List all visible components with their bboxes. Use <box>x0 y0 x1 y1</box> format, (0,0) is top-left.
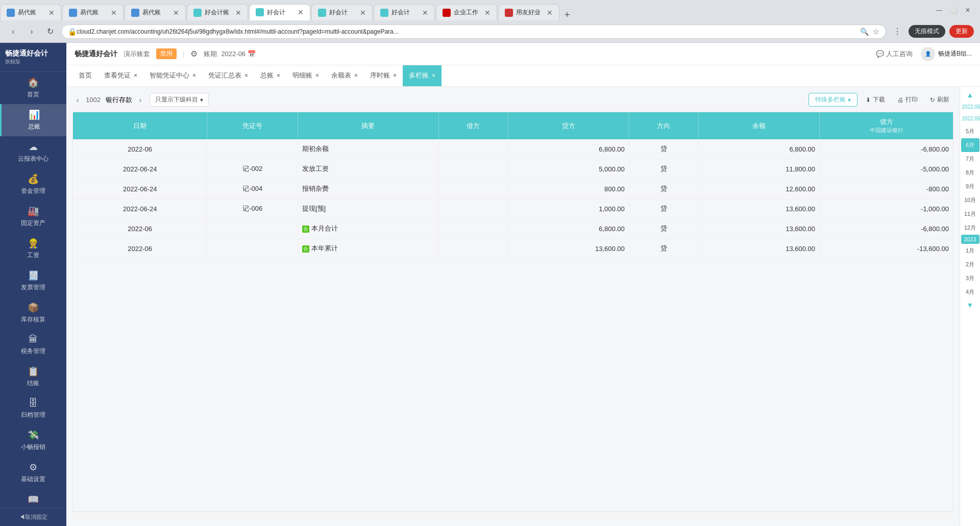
prev-account-button[interactable]: ‹ <box>72 95 83 105</box>
sidebar-item-云报表中心[interactable]: ☁ 云报表中心 <box>0 136 66 168</box>
filter-dropdown[interactable]: 只显示下级科目 ▾ <box>150 93 209 107</box>
browser-tab[interactable]: 好会计账 ✕ <box>187 4 248 20</box>
period-selector[interactable]: 账期 2022-06 📅 <box>204 49 256 59</box>
tab-close-button[interactable]: ✕ <box>173 9 179 17</box>
browser-tab[interactable]: 好会计 ✕ <box>249 4 310 20</box>
scroll-up-button[interactable]: ▲ <box>965 89 976 101</box>
browser-tab[interactable]: 好会计 ✕ <box>374 4 435 20</box>
unfix-button[interactable]: ◀取消固定 <box>5 513 61 521</box>
special-multicolumn-button[interactable]: 特殊多栏账 ▾ <box>808 93 857 107</box>
tab-nav-close-button[interactable]: × <box>432 72 435 79</box>
month-item-6月[interactable]: 6月 <box>961 138 979 152</box>
minimize-button[interactable]: — <box>935 6 943 14</box>
bookmark-icon[interactable]: ☆ <box>873 28 879 36</box>
next-account-button[interactable]: › <box>135 95 145 105</box>
month-item-12月[interactable]: 12月 <box>961 221 979 235</box>
tab-nav-item-智能凭证中心[interactable]: 智能凭证中心× <box>143 65 202 87</box>
sidebar-item-小畅报销[interactable]: 💸 小畅报销 <box>0 424 66 457</box>
tab-close-button[interactable]: ✕ <box>298 8 304 16</box>
browser-tab[interactable]: 易代账 ✕ <box>125 4 186 20</box>
tab-nav-close-button[interactable]: × <box>244 72 248 79</box>
tab-nav-item-总账[interactable]: 总账× <box>254 65 286 87</box>
cell-voucher[interactable]: 记-002 <box>207 159 298 179</box>
month-item-8月[interactable]: 8月 <box>961 166 979 180</box>
sidebar-item-工资[interactable]: 👷 工资 <box>0 233 66 265</box>
bottom-scrollbar[interactable] <box>72 512 953 520</box>
download-button[interactable]: ⬇ 下载 <box>862 93 889 106</box>
tab-close-button[interactable]: ✕ <box>235 9 241 17</box>
close-button[interactable]: ✕ <box>964 6 972 14</box>
print-button[interactable]: 🖨 打印 <box>893 93 922 106</box>
sidebar-item-归档管理[interactable]: 🗄 归档管理 <box>0 393 66 424</box>
sidebar-item-发票管理[interactable]: 🧾 发票管理 <box>0 265 66 297</box>
tab-nav-item-查看凭证[interactable]: 查看凭证× <box>98 65 143 87</box>
reload-button[interactable]: ↻ <box>43 24 57 39</box>
cell-balance: 13,600.00 <box>698 219 819 239</box>
settings-icon[interactable]: ⚙ <box>190 49 198 59</box>
browser-tab[interactable]: 易代账 ✕ <box>62 4 124 20</box>
month-item-9月[interactable]: 9月 <box>961 180 979 193</box>
sidebar-item-新手引导[interactable]: 📖 新手引导 <box>0 489 66 508</box>
tab-close-button[interactable]: ✕ <box>422 9 428 17</box>
browser-tab[interactable]: 用友好业 ✕ <box>498 4 559 20</box>
demo-badge[interactable]: 禁用 <box>156 48 177 59</box>
demo-label: 演示账套 <box>124 49 150 59</box>
tab-nav-close-button[interactable]: × <box>393 72 397 79</box>
sidebar-item-总账[interactable]: 📊 总账 <box>0 104 66 136</box>
browser-tab[interactable]: 易代账 ✕ <box>0 4 61 20</box>
cell-direction: 贷 <box>629 159 698 179</box>
consult-button[interactable]: 💬 人工咨询 <box>876 49 913 59</box>
month-item-11月[interactable]: 11月 <box>961 207 979 221</box>
tab-nav-item-首页[interactable]: 首页 <box>72 65 98 87</box>
sidebar-item-基础设置[interactable]: ⚙ 基础设置 <box>0 457 66 489</box>
tab-nav-item-明细账[interactable]: 明细账× <box>286 65 325 87</box>
scroll-down-button[interactable]: ▼ <box>965 299 976 311</box>
back-button[interactable]: ‹ <box>6 24 20 39</box>
tab-nav-close-button[interactable]: × <box>315 72 319 79</box>
tab-nav-item-余额表[interactable]: 余额表× <box>325 65 364 87</box>
sidebar-item-税务管理[interactable]: 🏛 税务管理 <box>0 329 66 361</box>
restore-button[interactable]: ⬜ <box>949 6 958 14</box>
tab-nav-close-button[interactable]: × <box>277 72 280 79</box>
browser-tab[interactable]: 好会计 ✕ <box>311 4 373 20</box>
voucher-link[interactable]: 记-004 <box>242 185 262 192</box>
extensions-button[interactable]: ⋮ <box>890 24 904 39</box>
tab-close-button[interactable]: ✕ <box>111 9 117 17</box>
sidebar-item-库存核算[interactable]: 📦 库存核算 <box>0 297 66 329</box>
forward-button[interactable]: › <box>24 24 39 39</box>
incognito-button[interactable]: 无痕模式 <box>909 25 945 38</box>
sidebar-item-首页[interactable]: 🏠 首页 <box>0 72 66 104</box>
address-bar[interactable]: 🔒 cloud2.chanjet.com/accounting/uh26t264… <box>61 24 886 39</box>
tab-nav-item-凭证汇总表[interactable]: 凭证汇总表× <box>202 65 254 87</box>
tab-nav-item-多栏账[interactable]: 多栏账× <box>403 65 442 87</box>
month-item-1月[interactable]: 1月 <box>961 244 979 258</box>
sidebar-item-结账[interactable]: 📋 结账 <box>0 361 66 393</box>
month-item-5月[interactable]: 5月 <box>961 124 979 138</box>
cell-voucher[interactable]: 记-004 <box>207 179 298 199</box>
cell-voucher[interactable]: 记-006 <box>207 199 298 219</box>
app-header: 畅捷通好会计 演示账套 禁用 | ⚙ 账期 2022-06 📅 💬 人工咨询 👤… <box>66 43 980 65</box>
voucher-link[interactable]: 记-002 <box>242 165 262 172</box>
nav-item-label: 资金管理 <box>21 187 45 195</box>
sidebar-item-固定资产[interactable]: 🏭 固定资产 <box>0 201 66 233</box>
voucher-link[interactable]: 记-006 <box>242 205 262 212</box>
month-item-3月[interactable]: 3月 <box>961 271 979 285</box>
month-item-7月[interactable]: 7月 <box>961 152 979 166</box>
tab-nav-item-序时账[interactable]: 序时账× <box>364 65 403 87</box>
month-item-2月[interactable]: 2月 <box>961 258 979 271</box>
tab-close-button[interactable]: ✕ <box>48 9 55 17</box>
new-tab-button[interactable]: + <box>560 10 574 20</box>
tab-nav-close-button[interactable]: × <box>134 72 137 79</box>
tab-close-button[interactable]: ✕ <box>547 9 553 17</box>
search-icon[interactable]: 🔍 <box>860 28 869 36</box>
tab-nav-close-button[interactable]: × <box>354 72 358 79</box>
browser-tab[interactable]: 企业工作 ✕ <box>436 4 497 20</box>
refresh-button[interactable]: ↻ 刷新 <box>926 93 953 106</box>
month-item-4月[interactable]: 4月 <box>961 285 979 299</box>
tab-close-button[interactable]: ✕ <box>360 9 366 17</box>
tab-nav-close-button[interactable]: × <box>192 72 196 79</box>
sidebar-item-资金管理[interactable]: 💰 资金管理 <box>0 168 66 201</box>
month-item-10月[interactable]: 10月 <box>961 193 979 207</box>
tab-close-button[interactable]: ✕ <box>484 9 491 17</box>
update-button[interactable]: 更新 <box>949 25 974 38</box>
